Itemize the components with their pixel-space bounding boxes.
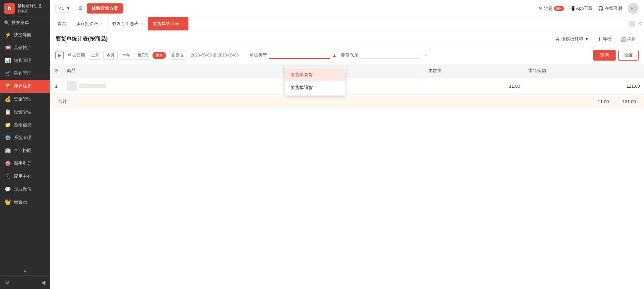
date-custom-btn[interactable]: 自定义 [169, 51, 187, 60]
sales-icon: 📊 [5, 58, 11, 64]
print-icon: 🖨 [555, 37, 560, 42]
app-name: 畅捷通好生意 [18, 3, 42, 9]
product-thumbnail [67, 81, 77, 91]
store-selector[interactable]: 41 ▼ [55, 4, 74, 13]
date-this-year-btn[interactable]: 本年 [119, 51, 133, 60]
app-center-icon: 📱 [5, 173, 11, 179]
support-btn[interactable]: 🎧 在线客服 [598, 5, 622, 12]
filter-expand-btn[interactable]: ▶ [55, 51, 64, 59]
topbar-settings-icon[interactable]: ⚙ [78, 5, 83, 12]
store-chevron-icon: ▼ [66, 6, 70, 11]
sidebar-item-enterprise[interactable]: 🏢 企业协同 [0, 144, 50, 157]
search-menu-item[interactable]: 🔍 搜索菜单 [0, 17, 50, 28]
sidebar-item-guide[interactable]: 🎯 新手引导 [0, 157, 50, 170]
date-more-btn[interactable]: 更多 [152, 52, 166, 59]
warehouse-more-icon[interactable]: ··· [423, 52, 428, 58]
sidebar-scroll-down[interactable]: ▼ [0, 268, 50, 275]
wechat-icon: 💬 [5, 186, 11, 192]
row-quantity: 11.00 [424, 77, 524, 95]
sidebar-item-system[interactable]: ⚙️ 系统管理 [0, 131, 50, 144]
industry-btn[interactable]: 体验行业方案 [87, 3, 123, 14]
tab-inventory-batch[interactable]: 库存批次账 × [71, 17, 108, 30]
warehouse-filter-input[interactable] [360, 52, 421, 59]
refresh-btn[interactable]: 🔄 刷新 [618, 35, 639, 43]
sidebar-item-inventory[interactable]: 📦 库存核算 [0, 80, 50, 93]
tab-close-all-icon[interactable]: × [638, 21, 641, 27]
sidebar-item-finance[interactable]: 💰 资金管理 [0, 93, 50, 106]
type-filter-label: 单据类型 [249, 52, 267, 58]
date-filter-label: 单据日期 [68, 52, 85, 58]
tab-recv-summary[interactable]: 收发存汇总表 × [108, 17, 148, 30]
type-dropdown: 要货单要货 要货单退货 [285, 67, 346, 96]
topbar: 41 ▼ ⚙ 体验行业方案 ✉ 消息 99+ 📲 App下载 🎧 在线客服 Ri… [50, 0, 644, 17]
tab-close-inventory-batch[interactable]: × [100, 21, 102, 26]
msg-icon: ✉ [539, 6, 543, 11]
vip-icon: 👑 [5, 199, 11, 205]
dropdown-item-order-return[interactable]: 要货单退货 [285, 81, 345, 94]
inventory-icon: 📦 [5, 83, 11, 89]
col-settings: ⚙ [50, 64, 63, 77]
sidebar-item-shortcut[interactable]: ⚡ 快捷导航 [0, 28, 50, 41]
avatar-text: Rit [631, 6, 636, 11]
sidebar-item-wechat[interactable]: 💬 企业微信 [0, 183, 50, 196]
sidebar-item-app-center[interactable]: 📱 应用中心 [0, 170, 50, 183]
sidebar-item-sales[interactable]: 📊 销售管理 [0, 54, 50, 67]
msg-btn[interactable]: ✉ 消息 99+ [539, 5, 564, 12]
content-area: 要货单统计表(按商品) 🖨 按模板打印 ▼ ⬇ 导出 🔄 刷新 [50, 30, 644, 289]
col-quantity: 主数量 [424, 64, 524, 77]
date-last-month-btn[interactable]: 上月 [88, 51, 102, 60]
tab-close-order-stats[interactable]: × [181, 21, 184, 26]
filter-date-group: 单据日期 上月 本月 本年 近7天 更多 自定义 [68, 51, 187, 60]
topbar-right: ✉ 消息 99+ 📲 App下载 🎧 在线客服 Rit [539, 3, 639, 14]
dropdown-item-order-goods[interactable]: 要货单要货 [285, 68, 345, 81]
export-btn[interactable]: ⬇ 导出 [595, 35, 614, 43]
filter-actions: 查询 设置 [593, 50, 639, 61]
search-icon: 🔍 [4, 20, 9, 25]
col-product: 商品 [63, 64, 284, 77]
page-title: 要货单统计表(按商品) [55, 36, 108, 43]
tab-close-recv-summary[interactable]: × [141, 21, 143, 26]
app-download-btn[interactable]: 📲 App下载 [569, 5, 593, 12]
table-row: 1 块 11.00 121.00 [50, 77, 644, 95]
date-this-month-btn[interactable]: 本月 [103, 51, 118, 60]
basic-icon: 📁 [5, 122, 11, 128]
warehouse-filter-label: 要货仓库 [341, 52, 358, 58]
date-range-display: 2023-05-06 至 2023-06-06 [191, 52, 239, 58]
date-range-btns: 上月 本月 本年 近7天 更多 [88, 51, 166, 60]
tab-home[interactable]: 首页 [53, 17, 71, 30]
sidebar-settings-btn[interactable]: ⚙ [5, 279, 9, 286]
footer-amount: 121.00 [613, 99, 640, 104]
sidebar-bottom: ⚙ ◀ [0, 275, 50, 289]
date-last-7days-btn[interactable]: 近7天 [135, 51, 151, 60]
query-btn[interactable]: 查询 [593, 50, 616, 61]
sidebar-item-operations[interactable]: 📋 经营管理 [0, 106, 50, 118]
sidebar-item-basic[interactable]: 📁 基础信息 [0, 118, 50, 131]
main-area: 41 ▼ ⚙ 体验行业方案 ✉ 消息 99+ 📲 App下载 🎧 在线客服 Ri… [50, 0, 644, 289]
settings-btn[interactable]: 设置 [618, 50, 639, 61]
tab-maximize-icon[interactable]: ⬜ [629, 20, 636, 27]
col-amount: 零售金额 [524, 64, 644, 77]
print-btn[interactable]: 🖨 按模板打印 ▼ [553, 35, 592, 43]
sidebar-item-marketing[interactable]: 📢 营销推广 [0, 41, 50, 54]
page-header: 要货单统计表(按商品) 🖨 按模板打印 ▼ ⬇ 导出 🔄 刷新 [50, 30, 644, 46]
filter-type-group: 单据类型 ▲ [249, 52, 337, 59]
tab-order-stats[interactable]: 要货单统计表 × [148, 17, 189, 30]
product-name [79, 84, 106, 88]
table-header-row: ⚙ 商品 主计量单位 主数量 零售金额 [50, 64, 644, 77]
refresh-icon: 🔄 [620, 37, 626, 42]
support-icon: 🎧 [598, 6, 603, 11]
finance-icon: 💰 [5, 96, 11, 102]
type-filter-chevron-icon[interactable]: ▲ [332, 52, 337, 58]
product-cell [67, 81, 279, 91]
marketing-icon: 📢 [5, 45, 11, 51]
sidebar-item-purchase[interactable]: 🛒 采购管理 [0, 67, 50, 80]
sidebar-item-vip[interactable]: 👑 畅会员 [0, 196, 50, 208]
row-index: 1 [50, 77, 63, 95]
col-settings-icon[interactable]: ⚙ [54, 68, 58, 73]
type-filter-input[interactable] [269, 52, 330, 59]
row-product [63, 77, 284, 95]
sidebar-collapse-btn[interactable]: ◀ [41, 279, 45, 286]
data-table: ⚙ 商品 主计量单位 主数量 零售金额 1 [50, 64, 644, 95]
app-icon: 📲 [569, 6, 575, 11]
user-avatar[interactable]: Rit [628, 3, 639, 14]
